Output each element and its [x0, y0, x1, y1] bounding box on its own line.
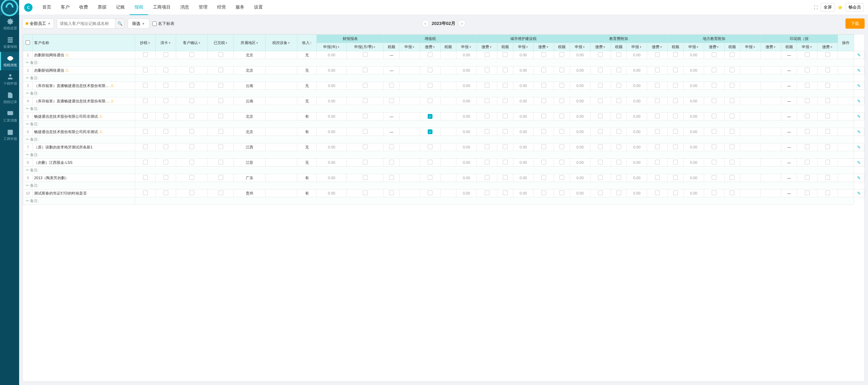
nav-item-manage[interactable]: 管理: [194, 0, 212, 15]
sidebar-item-huisuanqingjiao[interactable]: 汇算清缴: [0, 107, 19, 126]
nav-item-accounting[interactable]: 记账: [111, 0, 130, 15]
nav-item-invoice[interactable]: 票据: [93, 0, 111, 15]
localedu-tax: 0.00: [683, 159, 704, 167]
sidebar-item-piliangbaoshui[interactable]: 批量报税: [0, 33, 19, 52]
edu-tax: 0.00: [627, 67, 647, 74]
nav-item-operation[interactable]: 经营: [212, 0, 231, 15]
finance-month-cell: —: [384, 113, 400, 120]
sidebar-item-geshuishenbao[interactable]: 个税申报: [0, 70, 19, 89]
select-all-checkbox[interactable]: [26, 40, 30, 45]
vat-apply: [420, 97, 440, 105]
nav-item-business[interactable]: 工商项目: [148, 0, 175, 15]
sidebar-item-baoshuiliulan[interactable]: 报税浏览: [0, 52, 19, 70]
nav-item-home[interactable]: 首页: [38, 0, 56, 15]
chaoshui-cell: [135, 51, 156, 59]
stamp-pay: —: [781, 143, 797, 151]
stamp-pay2: [838, 189, 854, 197]
localedu-tax2: [740, 128, 761, 136]
action-cell[interactable]: ✎: [854, 51, 864, 59]
download-button[interactable]: 下载: [845, 18, 865, 29]
th-group-vat: 增值税: [384, 35, 477, 43]
action-cell[interactable]: ✎: [854, 97, 864, 105]
edu-apply: [590, 174, 611, 182]
check-label[interactable]: 名下标表: [152, 21, 174, 27]
edu-pay: [611, 189, 627, 197]
localedu-pay: [724, 128, 740, 136]
th-edu-apply: 申报▼: [570, 43, 590, 51]
region-cell: 北京: [234, 67, 266, 74]
city-pay2: [554, 159, 570, 167]
action-cell[interactable]: ✎: [854, 82, 864, 90]
stamp-apply: [817, 51, 838, 59]
action-cell[interactable]: ✎: [854, 189, 864, 197]
prev-month-button[interactable]: ‹: [422, 20, 429, 27]
table-container[interactable]: 客户名称 抄税▼ 清卡▼ 客户确认▼ 已完税▼ 所属地区▼ 税控设备▼ 收入▽ …: [23, 34, 865, 382]
edit-icon[interactable]: ✎: [857, 99, 861, 104]
confirm-cell: [176, 128, 208, 136]
nav-item-fees[interactable]: 收费: [74, 0, 93, 15]
filter-button[interactable]: 筛选 ▼: [128, 18, 150, 29]
city-pay2: [554, 97, 570, 105]
edit-icon[interactable]: ✎: [857, 175, 861, 181]
action-cell[interactable]: ✎: [854, 67, 864, 74]
check-input[interactable]: [152, 22, 157, 26]
search-input[interactable]: [57, 19, 115, 28]
action-cell[interactable]: ✎: [854, 113, 864, 120]
search-button[interactable]: 🔍: [115, 18, 125, 29]
edu-apply2: [647, 189, 668, 197]
stamp-pay2: [838, 174, 854, 182]
revenue-cell: 0.00: [317, 67, 346, 74]
nav-item-customer[interactable]: 客户: [56, 0, 74, 15]
pencil-icon: ✏: [26, 91, 29, 95]
th-stamp-pay: 缴费▼: [760, 43, 781, 51]
vat-pay: [440, 128, 456, 136]
note-row: ✏ 备注:: [23, 197, 864, 205]
nav-item-message[interactable]: 消息: [175, 0, 194, 15]
edit-icon[interactable]: ✎: [857, 191, 861, 196]
note-cell: ✏ 备注:: [23, 136, 135, 143]
finance-month-cell: —: [384, 67, 400, 74]
qingka-cell: [156, 143, 176, 151]
edu-apply: [590, 97, 611, 105]
edit-icon[interactable]: ✎: [857, 145, 861, 150]
nav-item-settings[interactable]: 设置: [249, 0, 268, 15]
edu-pay2: [668, 143, 684, 151]
edu-pay2: [668, 174, 684, 182]
action-cell[interactable]: ✎: [854, 143, 864, 151]
sidebar-item-baoshuijilu[interactable]: 报税记录: [0, 89, 19, 107]
edit-icon[interactable]: ✎: [857, 129, 861, 134]
edit-icon[interactable]: ✎: [857, 83, 861, 88]
localedu-tax: 0.00: [683, 51, 704, 59]
completed-cell: [208, 159, 233, 167]
fullscreen-button[interactable]: 全屏: [821, 3, 835, 12]
employee-filter[interactable]: 全部员工 ▼: [23, 18, 54, 29]
vat-apply: [420, 189, 440, 197]
edit-icon[interactable]: ✎: [857, 114, 861, 119]
edit-icon[interactable]: ✎: [857, 160, 861, 165]
th-income: 收入▽: [297, 35, 317, 51]
edu-pay2: [668, 128, 684, 136]
vip-button[interactable]: 畅会员: [845, 3, 864, 12]
th-city-apply: 申报▼: [513, 43, 533, 51]
edu-pay2: [668, 82, 684, 90]
city-pay: [497, 159, 513, 167]
edit-icon[interactable]: ✎: [857, 53, 861, 58]
stamp-tax: [797, 128, 817, 136]
localedu-apply: [704, 143, 724, 151]
action-cell[interactable]: ✎: [854, 159, 864, 167]
action-cell[interactable]: ✎: [854, 174, 864, 182]
th-city-tax2: 税额: [554, 43, 570, 51]
localedu-apply: [704, 189, 724, 197]
next-month-button[interactable]: ›: [458, 20, 466, 27]
sidebar-item-gongshangnianbao[interactable]: 工商年报: [0, 126, 19, 144]
finance-month-cell: [384, 97, 400, 105]
edu-apply: [590, 143, 611, 151]
toolbar-right: 下载: [845, 18, 865, 29]
sidebar-item-baoshuishezhi[interactable]: 报税设置: [0, 15, 19, 33]
nav-item-service[interactable]: 服务: [231, 0, 249, 15]
nav-item-tax[interactable]: 报税: [130, 0, 148, 15]
edit-icon[interactable]: ✎: [857, 68, 861, 73]
action-cell[interactable]: ✎: [854, 128, 864, 136]
vat-apply: [420, 174, 440, 182]
vat-tax1: [399, 67, 420, 74]
